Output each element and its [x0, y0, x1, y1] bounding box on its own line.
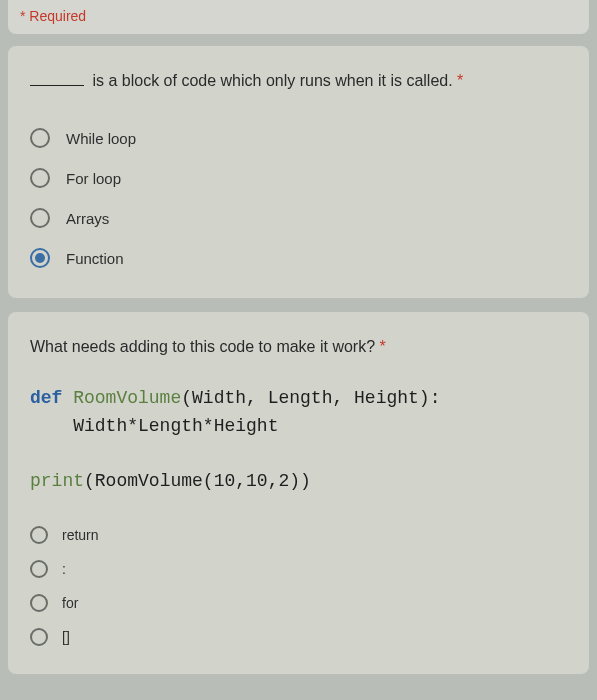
- keyword-def: def: [30, 388, 62, 408]
- question-2-text: What needs adding to this code to make i…: [30, 338, 375, 355]
- q1-option-label: Function: [66, 250, 124, 267]
- q2-option-row[interactable]: []: [30, 620, 567, 654]
- q2-option-row[interactable]: return: [30, 518, 567, 552]
- question-card-1: is a block of code which only runs when …: [8, 46, 589, 298]
- q1-option-label: For loop: [66, 170, 121, 187]
- question-1-title: is a block of code which only runs when …: [30, 70, 567, 92]
- radio-icon: [30, 526, 48, 544]
- fill-blank: [30, 72, 84, 86]
- radio-icon-selected: [30, 248, 50, 268]
- question-2-title: What needs adding to this code to make i…: [30, 336, 567, 358]
- radio-icon: [30, 628, 48, 646]
- q2-option-label: return: [62, 527, 99, 543]
- call-expr: (RoomVolume(10,10,2)): [84, 471, 311, 491]
- q1-option-label: While loop: [66, 130, 136, 147]
- q1-option-label: Arrays: [66, 210, 109, 227]
- q2-option-label: for: [62, 595, 78, 611]
- required-asterisk: *: [380, 338, 386, 355]
- required-asterisk: *: [457, 72, 463, 89]
- code-snippet: def RoomVolume(Width, Length, Height): W…: [30, 385, 567, 497]
- q1-option-row[interactable]: For loop: [30, 158, 567, 198]
- code-body: Width*Length*Height: [30, 416, 278, 436]
- q1-option-row[interactable]: Function: [30, 238, 567, 278]
- question-card-2: What needs adding to this code to make i…: [8, 312, 589, 674]
- required-text: * Required: [20, 8, 86, 24]
- required-indicator: * Required: [8, 0, 589, 34]
- radio-icon: [30, 208, 50, 228]
- q1-option-row[interactable]: Arrays: [30, 198, 567, 238]
- q2-option-label: :: [62, 561, 66, 577]
- radio-icon: [30, 128, 50, 148]
- question-1-text: is a block of code which only runs when …: [92, 72, 452, 89]
- radio-icon: [30, 560, 48, 578]
- radio-icon: [30, 168, 50, 188]
- function-name: RoomVolume: [62, 388, 181, 408]
- q2-option-row[interactable]: for: [30, 586, 567, 620]
- q2-option-label: []: [62, 629, 70, 645]
- q2-option-row[interactable]: :: [30, 552, 567, 586]
- q1-option-row[interactable]: While loop: [30, 118, 567, 158]
- radio-icon: [30, 594, 48, 612]
- signature: (Width, Length, Height):: [181, 388, 440, 408]
- keyword-print: print: [30, 471, 84, 491]
